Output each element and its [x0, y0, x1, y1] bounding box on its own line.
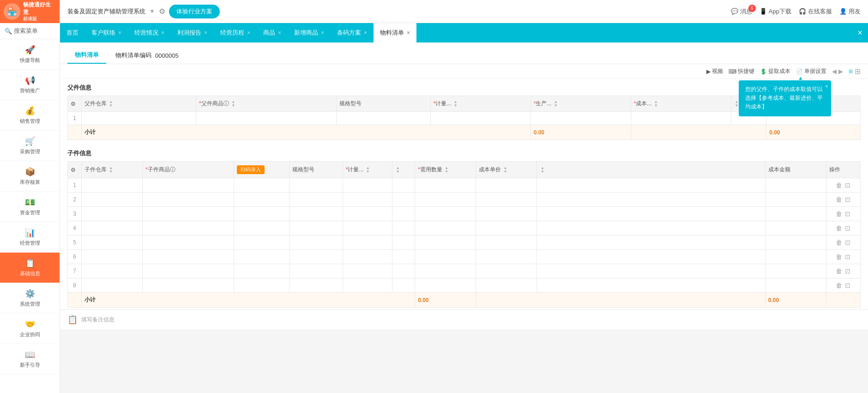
child-qty-cell[interactable]: [415, 178, 476, 193]
sidebar-item-basic-info[interactable]: 📋 基础信息: [0, 253, 60, 283]
child-unit-cost-cell[interactable]: [476, 278, 537, 293]
sidebar-item-finance[interactable]: 💵 资金管理: [0, 192, 60, 222]
child-qty-cell[interactable]: [415, 193, 476, 207]
child-qty-cell[interactable]: [415, 250, 476, 264]
tab-profit-close[interactable]: ×: [204, 30, 207, 36]
child-unit-cell[interactable]: [343, 278, 392, 293]
child-qty-cell[interactable]: [415, 207, 476, 221]
child-spec-cell[interactable]: [289, 178, 343, 193]
sidebar-item-quick-nav[interactable]: 🚀 快捷导航: [0, 39, 60, 70]
tab-new-goods-close[interactable]: ×: [321, 30, 324, 36]
child-spec-cell[interactable]: [289, 278, 343, 293]
child-goods-cell[interactable]: [142, 264, 234, 278]
copy-row-icon[interactable]: ⊡: [845, 253, 850, 260]
child-unit-cost-cell[interactable]: [476, 264, 537, 278]
child-warehouse-cell[interactable]: [82, 250, 143, 264]
tooltip-close-button[interactable]: ×: [825, 82, 828, 91]
child-unit-cell[interactable]: [343, 250, 392, 264]
child-spec-cell[interactable]: [289, 207, 343, 221]
child-unit-cost-cell[interactable]: [476, 236, 537, 250]
parent-unit-cell[interactable]: [430, 112, 530, 125]
tab-operations[interactable]: 经营情况 ×: [128, 23, 171, 42]
list-view-icon[interactable]: ≡: [849, 67, 853, 76]
tab-new-goods[interactable]: 新增商品 ×: [288, 23, 331, 42]
child-warehouse-cell[interactable]: [82, 193, 143, 207]
child-goods-cell[interactable]: [142, 178, 234, 193]
tab-home[interactable]: 首页: [60, 23, 85, 42]
tab-barcode-close[interactable]: ×: [364, 30, 367, 36]
copy-row-icon[interactable]: ⊡: [845, 181, 850, 189]
delete-row-icon[interactable]: 🗑: [836, 267, 842, 275]
child-warehouse-cell[interactable]: [82, 178, 143, 193]
delete-row-icon[interactable]: 🗑: [836, 224, 842, 232]
child-qty-cell[interactable]: [415, 278, 476, 293]
child-warehouse-cell[interactable]: [82, 221, 143, 236]
tab-bom[interactable]: 物料清单 ×: [374, 23, 416, 42]
copy-row-icon[interactable]: ⊡: [845, 239, 850, 246]
child-goods-cell[interactable]: [142, 250, 234, 264]
sidebar-item-marketing[interactable]: 📢 营销推广: [0, 70, 60, 100]
child-warehouse-cell[interactable]: [82, 264, 143, 278]
message-button[interactable]: 💬 消息 6: [731, 7, 752, 16]
sidebar-item-guide[interactable]: 📖 新手引导: [0, 344, 60, 375]
child-goods-cell[interactable]: [142, 236, 234, 250]
copy-row-icon[interactable]: ⊡: [845, 196, 850, 203]
parent-spec-cell[interactable]: [336, 112, 430, 125]
child-goods-cell[interactable]: [142, 207, 234, 221]
child-spec-cell[interactable]: [289, 236, 343, 250]
trial-button[interactable]: 体验行业方案: [169, 5, 220, 18]
grid-view-icon[interactable]: ⊞: [855, 67, 861, 76]
child-unit-cost-cell[interactable]: [476, 250, 537, 264]
child-warehouse-cell[interactable]: [82, 278, 143, 293]
prev-page-icon[interactable]: ◀: [832, 68, 837, 75]
child-unit-cell[interactable]: [343, 207, 392, 221]
child-qty-cell[interactable]: [415, 236, 476, 250]
delete-row-icon[interactable]: 🗑: [836, 282, 842, 289]
child-warehouse-cell[interactable]: [82, 236, 143, 250]
sidebar-search[interactable]: 🔍 搜索菜单: [0, 23, 60, 39]
child-unit-cost-cell[interactable]: [476, 207, 537, 221]
tab-customer[interactable]: 客户联络 ×: [85, 23, 128, 42]
online-service-button[interactable]: 🎧 在线客服: [799, 7, 832, 16]
parent-produce-cell[interactable]: [530, 112, 631, 125]
delete-row-icon[interactable]: 🗑: [836, 253, 842, 260]
child-spec-cell[interactable]: [289, 264, 343, 278]
child-unit-cost-cell[interactable]: [476, 178, 537, 193]
delete-row-icon[interactable]: 🗑: [836, 239, 842, 246]
child-goods-cell[interactable]: [142, 278, 234, 293]
sidebar-item-purchase[interactable]: 🛒 采购管理: [0, 131, 60, 161]
tab-goods[interactable]: 商品 ×: [257, 23, 288, 42]
tab-goods-close[interactable]: ×: [278, 30, 281, 36]
child-unit-cost-cell[interactable]: [476, 193, 537, 207]
app-download-button[interactable]: 📱 App下载: [760, 7, 791, 16]
tab-barcode[interactable]: 条码方案 ×: [331, 23, 374, 42]
child-unit-cell[interactable]: [343, 236, 392, 250]
child-spec-cell[interactable]: [289, 221, 343, 236]
delete-row-icon[interactable]: 🗑: [836, 210, 842, 218]
sidebar-item-inventory[interactable]: 📦 库存核算: [0, 161, 60, 192]
tab-operations-close[interactable]: ×: [161, 30, 164, 36]
parent-goods-cell[interactable]: [196, 112, 337, 125]
copy-row-icon[interactable]: ⊡: [845, 210, 850, 218]
child-spec-cell[interactable]: [289, 193, 343, 207]
shortcut-button[interactable]: ⌨ 快捷键: [729, 67, 754, 75]
child-goods-cell[interactable]: [142, 221, 234, 236]
extract-cost-button[interactable]: 💲 提取成本: [760, 67, 790, 75]
tab-customer-close[interactable]: ×: [118, 30, 121, 36]
parent-warehouse-cell[interactable]: [82, 112, 196, 125]
child-unit-cell[interactable]: [343, 264, 392, 278]
delete-row-icon[interactable]: 🗑: [836, 196, 842, 203]
child-warehouse-cell[interactable]: [82, 207, 143, 221]
dropdown-arrow-icon[interactable]: ▼: [149, 8, 155, 15]
video-button[interactable]: ▶ 视频: [706, 67, 723, 75]
sidebar-item-operations[interactable]: 📊 经营管理: [0, 222, 60, 253]
parent-cost-cell[interactable]: [631, 112, 731, 125]
child-unit-cost-cell[interactable]: [476, 221, 537, 236]
tab-profit[interactable]: 利润报告 ×: [171, 23, 214, 42]
sub-tab-bom-list[interactable]: 物料清单: [67, 47, 106, 64]
next-page-icon[interactable]: ▶: [838, 68, 843, 75]
tab-history[interactable]: 经营历程 ×: [214, 23, 257, 42]
scan-input-button[interactable]: 扫码录入: [237, 165, 265, 174]
user-button[interactable]: 👤 用友: [839, 7, 861, 16]
close-all-tabs-button[interactable]: ×: [852, 28, 868, 38]
